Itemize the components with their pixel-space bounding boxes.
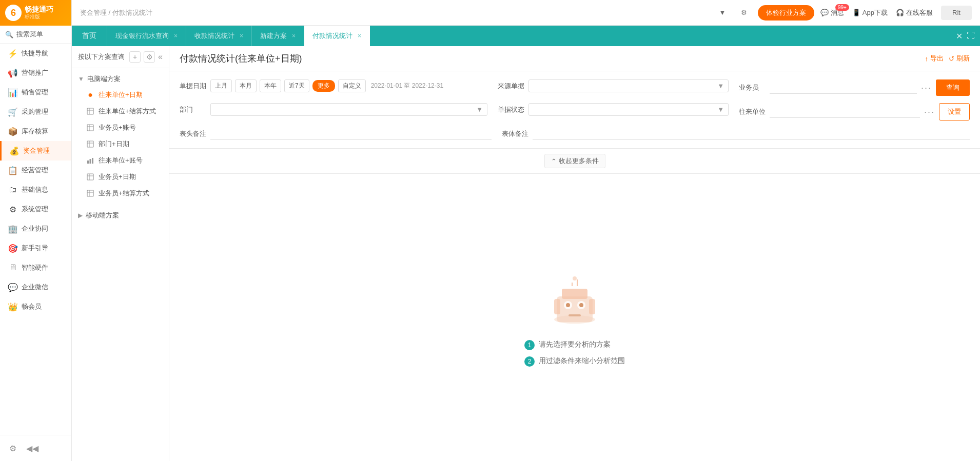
sidebar-item-marketing[interactable]: 📢 营销推广 [0, 63, 71, 83]
filter-status-item: 单据状态 ▼ [498, 103, 729, 116]
empty-tip-2: 2 用过滤条件来缩小分析范围 [524, 356, 625, 367]
sidebar-item-wechat[interactable]: 💬 企业微信 [0, 277, 71, 297]
app-download-label: App下载 [863, 8, 888, 17]
sidebar-item-purchase[interactable]: 🛒 采购管理 [0, 102, 71, 122]
svg-rect-27 [569, 314, 581, 316]
marketing-icon: 📢 [8, 68, 17, 77]
sidebar-item-basic[interactable]: 🗂 基础信息 [0, 180, 71, 199]
date-btn-this-month[interactable]: 本月 [235, 79, 257, 92]
sidebar-item-system[interactable]: ⚙ 系统管理 [0, 199, 71, 219]
user-avatar[interactable]: Rit [941, 6, 972, 20]
mobile-scheme-group-header[interactable]: ▶ 移动端方案 [72, 208, 169, 223]
collapse-label: 收起更多条件 [559, 156, 599, 166]
tab-home[interactable]: 首页 [72, 26, 107, 46]
scheme-item-staff-settle[interactable]: 业务员+结算方式 [72, 185, 169, 202]
export-btn[interactable]: ↑ 导出 [925, 54, 944, 63]
filter-header-note-label: 表头备注 [180, 129, 206, 138]
scheme-item-label: 部门+日期 [99, 139, 129, 149]
topbar-dropdown-btn[interactable]: ▼ [715, 5, 730, 21]
sidebar-item-member[interactable]: 👑 畅会员 [0, 297, 71, 316]
scheme-item-unit-settle[interactable]: 往来单位+结算方式 [72, 103, 169, 119]
query-button[interactable]: 查询 [936, 79, 970, 96]
pc-scheme-group-header[interactable]: ▼ 电脑端方案 [72, 71, 169, 87]
sidebar-item-hardware[interactable]: 🖥 智能硬件 [0, 258, 71, 277]
sidebar-item-guide[interactable]: 🎯 新手引导 [0, 238, 71, 258]
filter-unit-input[interactable] [770, 106, 920, 118]
date-btn-this-year[interactable]: 本年 [260, 79, 281, 92]
refresh-label: 刷新 [956, 54, 970, 63]
sidebar-item-enterprise[interactable]: 🏢 企业协同 [0, 219, 71, 238]
filter-header-note-input[interactable] [210, 128, 492, 140]
sidebar-item-inventory[interactable]: 📦 库存核算 [0, 122, 71, 141]
tab-bank-close[interactable]: × [174, 32, 178, 39]
trial-button[interactable]: 体验行业方案 [758, 5, 814, 21]
sidebar-item-quick-nav[interactable]: ⚡ 快捷导航 [0, 44, 71, 63]
tab-payment-stat[interactable]: 付款情况统计 × [304, 26, 370, 46]
settings-button[interactable]: 设置 [939, 103, 970, 121]
filter-body-note-label: 表体备注 [502, 129, 528, 138]
tab-bank[interactable]: 现金银行流水查询 × [107, 26, 186, 46]
scheme-item-label: 业务员+日期 [99, 172, 136, 182]
filter-date-item: 单据日期 上月 本月 本年 近7天 更多 自定义 2022-01-01 至 20… [180, 79, 487, 92]
tabbar-close-btn[interactable]: ✕ [956, 31, 963, 41]
tab-new-scheme-close[interactable]: × [292, 32, 296, 39]
date-btn-more[interactable]: 更多 [312, 80, 335, 92]
scheme-settings-btn[interactable]: ⚙ [144, 51, 155, 63]
scheme-item-staff-account[interactable]: 业务员+账号 [72, 119, 169, 136]
sidebar-search[interactable]: 🔍 搜索菜单 [0, 26, 71, 44]
filter-dept-item: 部门 ▼ [180, 103, 487, 116]
scheme-item-dept-date[interactable]: 部门+日期 [72, 136, 169, 152]
topbar-message-btn[interactable]: 💬 消息 99+ [820, 8, 844, 17]
sidebar-item-label: 企业协同 [22, 224, 48, 233]
topbar-service-btn[interactable]: 🎧 在线客服 [896, 8, 933, 17]
svg-rect-0 [87, 108, 93, 114]
svg-rect-15 [87, 190, 93, 196]
filter-staff-input[interactable] [770, 82, 917, 94]
filter-unit-item: 往来单位 ··· 设置 [739, 103, 970, 121]
date-btn-last-month[interactable]: 上月 [210, 79, 232, 92]
date-btn-custom[interactable]: 自定义 [338, 79, 366, 92]
sidebar-item-operation[interactable]: 📋 经营管理 [0, 161, 71, 180]
tab-new-scheme[interactable]: 新建方案 × [252, 26, 304, 46]
filter-body-note-input[interactable] [533, 128, 970, 140]
tab-receipt[interactable]: 收款情况统计 × [186, 26, 252, 46]
filter-source-select[interactable]: ▼ [528, 79, 729, 92]
tabbar-maximize-btn[interactable]: ⛶ [967, 31, 975, 41]
tab-receipt-label: 收款情况统计 [194, 31, 234, 41]
service-label: 在线客服 [906, 8, 933, 17]
mobile-group-label: 移动端方案 [86, 211, 119, 220]
enterprise-icon: 🏢 [8, 224, 17, 233]
topbar-app-btn[interactable]: 📱 App下载 [852, 8, 888, 17]
svg-rect-6 [87, 141, 93, 147]
filter-staff-dots[interactable]: ··· [921, 83, 932, 93]
filter-dept-select[interactable]: ▼ [210, 103, 487, 116]
filter-status-arrow: ▼ [717, 106, 724, 113]
tab-payment-stat-close[interactable]: × [358, 32, 361, 39]
sidebar-settings-btn[interactable]: ⚙ [5, 440, 21, 456]
filter-unit-dots[interactable]: ··· [924, 107, 935, 117]
svg-rect-21 [554, 299, 560, 314]
scheme-panel-title: 按以下方案查询 [78, 52, 125, 62]
scheme-icon-table2 [86, 124, 94, 132]
scheme-item-staff-date[interactable]: 业务员+日期 [72, 169, 169, 185]
export-label: 导出 [930, 54, 944, 63]
content-panel: 付款情况统计(往来单位+日期) ↑ 导出 ↺ 刷新 [169, 46, 980, 461]
filter-status-select[interactable]: ▼ [528, 103, 729, 116]
topbar-gear-btn[interactable]: ⚙ [736, 5, 752, 21]
tab-receipt-close[interactable]: × [240, 32, 243, 39]
scheme-add-btn[interactable]: + [129, 51, 141, 63]
scheme-item-label: 业务员+结算方式 [99, 189, 149, 198]
filter-dept-label: 部门 [180, 105, 206, 114]
scheme-item-unit-date[interactable]: ● 往来单位+日期 [72, 87, 169, 103]
scheme-panel: 按以下方案查询 + ⚙ « ▼ 电脑端方案 ● [72, 46, 169, 461]
scheme-panel-collapse-btn[interactable]: « [158, 52, 163, 62]
scheme-item-unit-account[interactable]: 往来单位+账号 [72, 152, 169, 169]
refresh-btn[interactable]: ↺ 刷新 [949, 54, 970, 63]
date-btn-last7[interactable]: 近7天 [284, 79, 309, 92]
sidebar-item-capital[interactable]: 💰 资金管理 [0, 141, 71, 161]
sidebar-collapse-btn[interactable]: ◀◀ [25, 440, 40, 456]
sidebar-search-label: 搜索菜单 [16, 30, 43, 39]
sidebar-item-sales[interactable]: 📊 销售管理 [0, 83, 71, 102]
svg-point-25 [566, 303, 570, 307]
collapse-conditions-btn[interactable]: ⌃ 收起更多条件 [544, 154, 605, 168]
